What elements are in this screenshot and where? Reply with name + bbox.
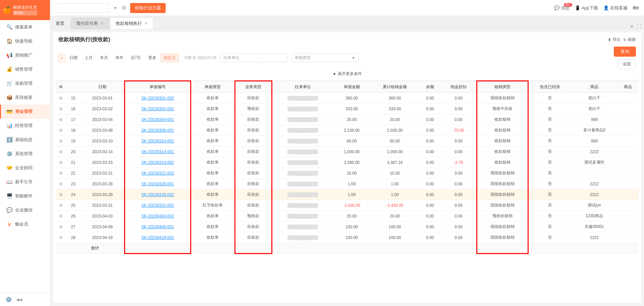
sidebar-item-hardware[interactable]: 🖥️ 智能硬件	[0, 189, 50, 203]
sidebar-item-base[interactable]: ℹ️ 基础信息	[0, 133, 50, 147]
col-partner-cell: ██████	[272, 189, 333, 200]
sidebar-item-guide[interactable]: 📖 新手引导	[0, 175, 50, 189]
date-btn-this-year[interactable]: 本年	[112, 54, 126, 62]
sidebar-item-operations[interactable]: 📊 经营管理	[0, 119, 50, 133]
col-gear-cell[interactable]: ⚙	[56, 179, 66, 189]
tab-collection-close[interactable]: ✕	[145, 21, 148, 26]
sidebar-item-system[interactable]: ⚙️ 系统管理	[0, 147, 50, 161]
date-btn-custom[interactable]: 自定义	[161, 54, 179, 62]
col-bill-amount-cell: 10.00	[333, 168, 370, 179]
settings-button[interactable]: 设置	[618, 59, 636, 69]
col-bill-no-cell[interactable]: SK-20230418-001	[125, 232, 191, 243]
col-bill-no-cell[interactable]: SK-20230315-002	[125, 157, 191, 168]
col-gear-cell[interactable]: ⚙	[56, 104, 66, 114]
date-btn-this-month[interactable]: 本月	[97, 54, 111, 62]
col-bill-amount-header[interactable]: 单据金额	[333, 81, 370, 93]
col-gear-cell[interactable]: ⚙	[56, 200, 66, 211]
col-gear-cell[interactable]: ⚙	[56, 157, 66, 168]
col-gear-cell[interactable]: ⚙	[56, 136, 66, 146]
tab-collection[interactable]: 收款核销执行 ✕	[110, 17, 153, 29]
col-gear-cell[interactable]: ⚙	[56, 222, 66, 232]
tab-home[interactable]: 首页	[50, 18, 70, 29]
date-btn-7days[interactable]: 近7天	[128, 54, 144, 62]
col-cancel-type-cell: 现续收款核销	[477, 93, 528, 104]
footer-collapse-icon[interactable]: ◀◀	[16, 297, 22, 302]
col-bill-no-cell[interactable]: SK-20230302-002	[125, 104, 191, 114]
date-btn-more[interactable]: 更多	[145, 54, 159, 62]
topbar-dropdown-arrow[interactable]: ▼	[113, 6, 117, 10]
sidebar-item-corp[interactable]: 🤝 企业协同	[0, 161, 50, 175]
industry-solution-button[interactable]: 体验行业方案	[130, 3, 166, 13]
col-bill-no-header[interactable]: 单据编号	[125, 81, 191, 93]
col-cancel-type-header[interactable]: 核销类型	[477, 81, 528, 93]
query-button[interactable]: 查询	[614, 47, 636, 57]
col-bill-no-cell[interactable]: SK-20230314-001	[125, 146, 191, 157]
col-gear-cell[interactable]: ⚙	[56, 189, 66, 200]
date-filter-label: 日期	[69, 55, 77, 61]
col-product2-cell	[618, 200, 639, 211]
sidebar-item-stock[interactable]: 📦 库存核算	[0, 90, 50, 105]
topbar-search-input[interactable]	[59, 4, 99, 12]
col-bill-no-cell[interactable]: SK-20230308-001	[125, 125, 191, 136]
refresh-button[interactable]: ↻ 刷新	[623, 37, 636, 43]
partner-filter[interactable]: 往来单位 ···	[220, 53, 287, 62]
bill-type-arrow: ▼	[352, 56, 356, 60]
sidebar-item-member[interactable]: V 畅会员	[0, 217, 50, 231]
col-balance-cell: 0.00	[420, 125, 441, 136]
col-bill-no-cell[interactable]: SK-20230310-001	[125, 136, 191, 146]
expand-more-btn[interactable]: ▼ 展开更多条件	[332, 71, 362, 77]
col-gear-header[interactable]: ⚙	[56, 81, 66, 93]
col-balance-header[interactable]: 余额	[420, 81, 441, 93]
col-product-header[interactable]: 商品	[571, 81, 618, 93]
tab-prepay[interactable]: 预付应付单 ✕	[70, 17, 109, 29]
col-cash-discount-header[interactable]: 现金折扣	[441, 81, 477, 93]
col-bill-no-cell[interactable]: SK-20230408-001	[125, 222, 191, 232]
sidebar-item-search[interactable]: 🔍 搜索菜单	[0, 20, 50, 34]
col-partner-header[interactable]: 往来单位	[272, 81, 333, 93]
topbar-gear-icon[interactable]: ⚙	[121, 5, 126, 11]
sidebar-item-shortcut[interactable]: 🏠 快捷导航	[0, 34, 50, 48]
col-gear-cell[interactable]: ⚙	[56, 232, 66, 243]
online-service-button[interactable]: 👤 在线客服	[603, 5, 628, 11]
tab-expand-icon[interactable]: ⛶	[637, 24, 641, 29]
col-gear-cell[interactable]: ⚙	[56, 168, 66, 179]
col-gear-cell[interactable]: ⚙	[56, 114, 66, 125]
col-no-cell: 25	[66, 200, 80, 211]
col-bill-no-cell[interactable]: SK-20230301-002	[125, 93, 191, 104]
sidebar-item-purchase[interactable]: 🛒 采购管理	[0, 76, 50, 90]
col-date-header[interactable]: 日期	[80, 81, 124, 93]
message-button[interactable]: 💬 消息 99+	[554, 5, 570, 11]
col-product2-header[interactable]: 商品	[618, 81, 639, 93]
user-profile[interactable]: Rit	[633, 5, 639, 10]
col-include-settled-header[interactable]: 包含已结清	[528, 81, 571, 93]
sidebar-item-marketing[interactable]: 📢 营销推广	[0, 48, 50, 62]
col-gear-cell[interactable]: ⚙	[56, 146, 66, 157]
col-date-cell: 2023-03-31	[80, 200, 124, 211]
sidebar-item-wechat[interactable]: 💬 企业微信	[0, 203, 50, 217]
export-button[interactable]: ⬆ 导出	[608, 37, 621, 43]
col-gear-cell[interactable]: ⚙	[56, 125, 66, 136]
col-biz-type-header[interactable]: 业务类型	[235, 81, 272, 93]
col-bill-no-cell[interactable]: SK-20230328-002	[125, 189, 191, 200]
col-gear-cell[interactable]: ⚙	[56, 93, 66, 104]
col-bill-no-cell[interactable]: SK-20230331-002	[125, 200, 191, 211]
col-bill-no-cell[interactable]: SK-20230328-001	[125, 179, 191, 189]
col-cumulative-cell: 333.00	[370, 104, 420, 114]
total-cancel-type	[477, 243, 528, 254]
date-btn-prev-month[interactable]: 上月	[82, 54, 96, 62]
tab-prepay-close[interactable]: ✕	[101, 21, 104, 26]
sidebar-item-sales[interactable]: 💰 销售管理	[0, 62, 50, 76]
sidebar-item-finance[interactable]: 💳 资金管理	[0, 105, 50, 119]
bill-type-filter[interactable]: 单据类型 ▼	[291, 53, 359, 62]
app-download-button[interactable]: 📱 App下载	[575, 5, 598, 11]
tab-close-window-icon[interactable]: ✕	[630, 24, 634, 29]
col-bill-type-header[interactable]: 单据类型	[191, 81, 235, 93]
col-bill-no-cell[interactable]: SK-20230321-003	[125, 168, 191, 179]
col-product2-cell	[618, 157, 639, 168]
col-bill-no-cell[interactable]: SK-20230403-002	[125, 211, 191, 222]
footer-settings-icon[interactable]: ⚙️	[5, 296, 12, 303]
col-cumulative-header[interactable]: 累计核销金额	[370, 81, 420, 93]
filter-expand-button[interactable]: »	[58, 54, 65, 62]
col-bill-no-cell[interactable]: SK-20230304-001	[125, 114, 191, 125]
col-gear-cell[interactable]: ⚙	[56, 211, 66, 222]
